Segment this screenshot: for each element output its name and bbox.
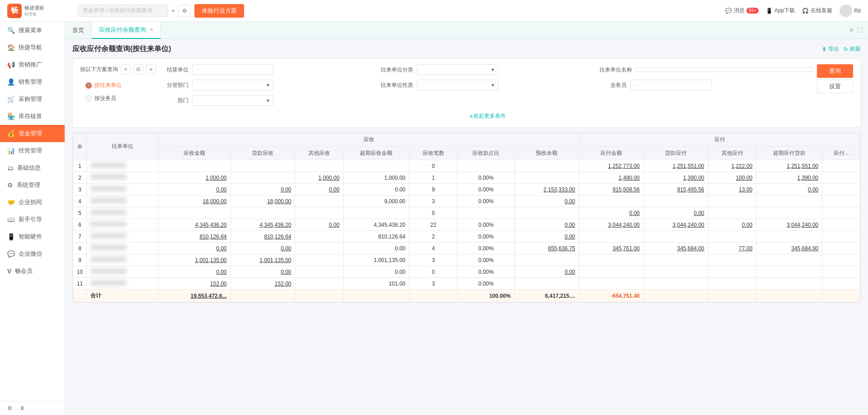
row-ap-overdue[interactable]: 345,684.00: [756, 243, 822, 254]
scheme-add-btn[interactable]: +: [121, 64, 131, 74]
row-ap-loan[interactable]: 1,251,551.00: [644, 160, 708, 172]
row-ar-amount[interactable]: 18,000.00: [159, 196, 231, 207]
collapse-more-btn[interactable]: ∧ 收起更多条件: [161, 110, 813, 122]
settings-icon[interactable]: ⚙: [178, 5, 191, 17]
row-ar-loan[interactable]: 0.00: [231, 266, 295, 278]
scheme-collapse-btn[interactable]: «: [146, 64, 156, 74]
industry-btn[interactable]: 体验行业方案: [194, 4, 244, 18]
row-ap-other[interactable]: 13.00: [708, 184, 756, 196]
row-ar-prepay[interactable]: 0.00: [514, 266, 579, 278]
row-ap-amount[interactable]: 1,252,773.00: [579, 160, 644, 172]
partner-name-input[interactable]: [636, 67, 813, 72]
sidebar-item-smart-hardware[interactable]: 📱 智能硬件: [0, 228, 65, 245]
row-ar-amount[interactable]: 810,126.64: [159, 231, 231, 243]
row-ar-amount[interactable]: 0.00: [159, 184, 231, 196]
sidebar-settings-icon[interactable]: ⚙: [7, 405, 12, 411]
row-ar-count: 9: [409, 184, 458, 196]
message-btn[interactable]: 💬 消息 99+: [725, 7, 759, 14]
export-btn[interactable]: ⬆ 导出: [822, 45, 839, 53]
tab-ar-ap-query[interactable]: 应收应付余额查询 ✕: [92, 22, 161, 39]
settlement-unit-input[interactable]: ···: [192, 64, 274, 75]
row-ap-other[interactable]: 0.00: [708, 219, 756, 231]
row-ar-prepay[interactable]: 0.00: [514, 196, 579, 207]
row-ap-other[interactable]: 1,222.00: [708, 160, 756, 172]
row-ap-other[interactable]: 100.00: [708, 172, 756, 184]
row-ar-loan[interactable]: 1,001,135.00: [231, 254, 295, 266]
row-ar-loan[interactable]: 18,000.00: [231, 196, 295, 207]
sidebar-item-operations[interactable]: 📊 经营管理: [0, 142, 65, 159]
row-ar-amount[interactable]: 152.00: [159, 278, 231, 290]
row-ap-overdue[interactable]: 0.00: [756, 184, 822, 196]
row-ar-amount[interactable]: 1,000.00: [159, 172, 231, 184]
set-btn[interactable]: 设置: [817, 80, 853, 93]
row-ap-overdue[interactable]: 1,251,551.00: [756, 160, 822, 172]
sidebar-item-enterprise-collab[interactable]: 🤝 企业协同: [0, 194, 65, 211]
sidebar-item-marketing[interactable]: 📢 营销推广: [0, 56, 65, 73]
row-ar-other[interactable]: 0.00: [295, 219, 344, 231]
row-ar-loan[interactable]: 810,126.64: [231, 231, 295, 243]
department-select[interactable]: ▾: [192, 95, 274, 106]
row-ar-prepay[interactable]: 0.00: [514, 219, 579, 231]
row-ap-amount[interactable]: 3,044,240.00: [579, 219, 644, 231]
sidebar-item-enterprise-wechat[interactable]: 💬 企业微信: [0, 245, 65, 262]
row-ap-overdue[interactable]: 3,044,240.00: [756, 219, 822, 231]
row-ar-loan[interactable]: 0.00: [231, 243, 295, 254]
tab-close-window-icon[interactable]: ✕: [849, 27, 854, 33]
row-ar-prepay[interactable]: 2,153,333.00: [514, 184, 579, 196]
row-ap-amount[interactable]: 1,490.00: [579, 172, 644, 184]
row-ap-amount[interactable]: 915,508.56: [579, 184, 644, 196]
sidebar-item-finance[interactable]: 💰 资金管理: [0, 125, 65, 142]
sidebar-collapse-icon[interactable]: ⏸: [19, 405, 25, 411]
sidebar-item-guide[interactable]: 📖 新手引导: [0, 211, 65, 228]
row-ar-amount[interactable]: 0.00: [159, 243, 231, 254]
refresh-btn[interactable]: ↻ 刷新: [844, 45, 861, 53]
row-ar-other[interactable]: 1,000.00: [295, 172, 344, 184]
row-ap-loan[interactable]: 3,044,240.00: [644, 219, 708, 231]
row-ap-loan[interactable]: 345,684.00: [644, 243, 708, 254]
col-settings[interactable]: ⚙: [73, 133, 87, 160]
scheme-option-partner[interactable]: 🔘 按往来单位: [80, 79, 156, 92]
sidebar-item-sales[interactable]: 👤 销售管理: [0, 73, 65, 91]
user-info[interactable]: Rit: [840, 5, 861, 17]
row-ar-amount[interactable]: 4,345,436.20: [159, 219, 231, 231]
row-ap-overdue[interactable]: 1,390.00: [756, 172, 822, 184]
tab-close-icon[interactable]: ✕: [150, 27, 153, 32]
row-ar-amount[interactable]: 0.00: [159, 266, 231, 278]
nav-dropdown-icon[interactable]: ▾: [172, 8, 175, 14]
row-ar-amount[interactable]: 1,001,135.00: [159, 254, 231, 266]
row-ap-amount[interactable]: 0.00: [579, 207, 644, 219]
sidebar-item-inventory[interactable]: 🏪 库存核算: [0, 108, 65, 125]
export-icon: ⬆: [822, 46, 826, 52]
row-ap-loan[interactable]: 1,390.00: [644, 172, 708, 184]
row-ap-amount[interactable]: 345,761.00: [579, 243, 644, 254]
total-ar-amount[interactable]: 19,553,472,6...: [159, 290, 231, 302]
query-btn[interactable]: 查询: [817, 64, 853, 78]
sidebar-item-search-menu[interactable]: 🔍 搜索菜单: [0, 22, 65, 39]
row-ap-loan[interactable]: 915,495.56: [644, 184, 708, 196]
row-ar-loan[interactable]: 152.00: [231, 278, 295, 290]
online-service-btn[interactable]: 🎧 在线客服: [802, 7, 832, 14]
tab-home[interactable]: 首页: [65, 22, 92, 39]
supervisor-dept-select[interactable]: ▾: [192, 80, 274, 91]
row-ar-loan: [231, 207, 295, 219]
sidebar-item-member[interactable]: V 畅会员: [0, 262, 65, 280]
salesperson-input[interactable]: ···: [630, 80, 712, 91]
row-ar-loan[interactable]: 4,345,436.20: [231, 219, 295, 231]
row-ar-other: [295, 254, 344, 266]
row-ar-other[interactable]: 0.00: [295, 184, 344, 196]
row-ar-prepay[interactable]: 655,636.75: [514, 243, 579, 254]
app-download-btn[interactable]: 📱 App下载: [766, 7, 795, 14]
row-ap-loan[interactable]: 0.00: [644, 207, 708, 219]
sidebar-item-quick-nav[interactable]: 🏠 快捷导航: [0, 39, 65, 56]
partner-nature-select[interactable]: ▾: [417, 80, 498, 91]
scheme-option-salesperson[interactable]: ○ 按业务员: [80, 92, 156, 105]
sidebar-item-basic-info[interactable]: 🗂 基础信息: [0, 159, 65, 176]
sidebar-item-system[interactable]: ⚙ 系统管理: [0, 176, 65, 194]
partner-category-select[interactable]: ▾: [417, 64, 498, 75]
row-ap-other[interactable]: 77.00: [708, 243, 756, 254]
scheme-settings-btn[interactable]: ⊙: [133, 64, 143, 74]
sidebar-item-purchase[interactable]: 🛒 采购管理: [0, 91, 65, 108]
row-ar-prepay[interactable]: 0.00: [514, 231, 579, 243]
row-ar-loan[interactable]: 0.00: [231, 184, 295, 196]
tab-maximize-icon[interactable]: ⛶: [857, 27, 863, 33]
